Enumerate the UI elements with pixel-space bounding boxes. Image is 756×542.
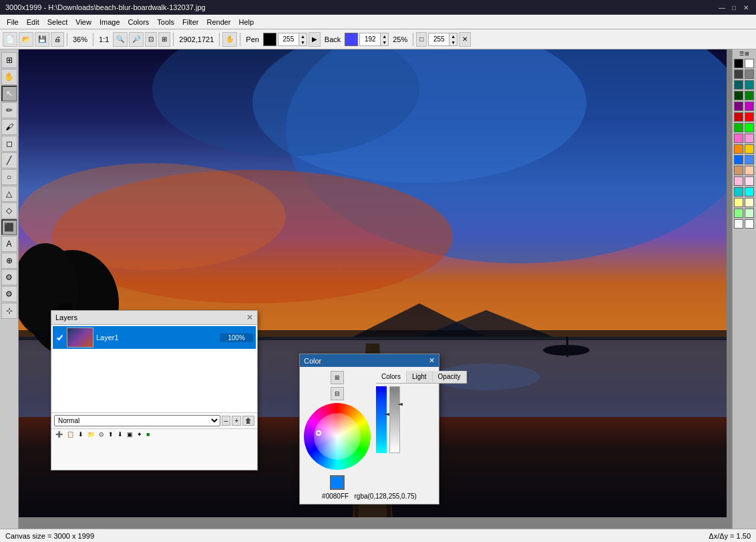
swatch-dkgreen1[interactable] xyxy=(734,91,743,100)
alpha-strip-container[interactable] xyxy=(389,386,400,453)
swatch-gray2[interactable] xyxy=(745,70,754,79)
minimize-button[interactable]: — xyxy=(717,3,727,12)
swatch-offwhite2[interactable] xyxy=(745,219,754,229)
hand-tool-button[interactable]: ✋ xyxy=(222,32,237,47)
extra-btn-2[interactable]: ✕ xyxy=(459,32,471,47)
color-wheel[interactable] xyxy=(304,403,371,470)
menu-tools[interactable]: Tools xyxy=(153,17,178,27)
tool-wand[interactable]: ⚙ xyxy=(1,269,17,285)
color-tab-light[interactable]: Light xyxy=(407,371,433,383)
back-value-spinbox[interactable]: ▲ ▼ xyxy=(359,33,389,46)
swatch-red2[interactable] xyxy=(745,112,754,122)
tool-select-rect[interactable]: ⊞ xyxy=(1,52,17,68)
menu-view[interactable]: View xyxy=(71,17,96,27)
swatch-green2[interactable] xyxy=(745,123,754,132)
color-dialog[interactable]: Color ✕ ⊞ ⊟ xyxy=(299,354,439,505)
new-button[interactable]: 📄 xyxy=(3,32,17,47)
extra-value-input[interactable] xyxy=(429,33,449,45)
tool-diamond[interactable]: ◇ xyxy=(1,202,17,219)
swatch-ltyellow2[interactable] xyxy=(745,198,754,207)
swatch-ltyellow1[interactable] xyxy=(734,198,743,207)
extra-btn-1[interactable]: □ xyxy=(416,32,427,47)
layer-down-btn[interactable]: ⬇ xyxy=(116,430,124,438)
layer-green-btn[interactable]: ■ xyxy=(145,430,151,438)
swatch-orange2[interactable] xyxy=(745,144,754,154)
grid-button[interactable]: ⊞ xyxy=(158,32,170,47)
swatch-ltblue1[interactable] xyxy=(734,155,743,164)
menu-filter[interactable]: Filter xyxy=(178,17,202,27)
layer-item[interactable]: Layer1 100% xyxy=(53,326,256,349)
layer-blend-btn[interactable]: ✦ xyxy=(136,430,144,438)
open-button[interactable]: 📂 xyxy=(19,32,33,47)
back-color-swatch[interactable] xyxy=(345,33,358,46)
swatch-black[interactable] xyxy=(734,59,743,68)
swatch-pink1[interactable] xyxy=(734,134,743,143)
swatch-gray1[interactable] xyxy=(734,70,743,79)
layer-visible-checkbox[interactable] xyxy=(55,333,64,342)
pen-value-down[interactable]: ▼ xyxy=(299,39,307,45)
swatch-ltpink1[interactable] xyxy=(734,176,743,186)
color-tab-colors[interactable]: Colors xyxy=(376,371,407,383)
layers-panel-close[interactable]: ✕ xyxy=(246,313,253,322)
swatch-red1[interactable] xyxy=(734,112,743,122)
menu-image[interactable]: Image xyxy=(96,17,124,27)
tool-cursor[interactable]: ↖ xyxy=(1,86,17,102)
swatch-ltgreen1[interactable] xyxy=(734,209,743,218)
swatch-purple2[interactable] xyxy=(745,102,754,111)
tool-extra[interactable]: ⊹ xyxy=(1,303,17,319)
layer-copy-btn[interactable]: 📋 xyxy=(65,430,75,438)
swatch-cyan2[interactable] xyxy=(745,187,754,196)
zoom-out-button[interactable]: 🔎 xyxy=(129,32,144,47)
selected-color-swatch[interactable] xyxy=(330,475,345,490)
swatch-ltpink2[interactable] xyxy=(745,176,754,186)
back-value-up[interactable]: ▲ xyxy=(380,33,388,39)
close-button[interactable]: ✕ xyxy=(741,3,751,12)
back-value-down[interactable]: ▼ xyxy=(380,39,388,45)
swatch-offwhite1[interactable] xyxy=(734,219,743,229)
tool-fill[interactable]: ⬛ xyxy=(1,219,17,235)
swatch-dkgreen2[interactable] xyxy=(745,91,754,100)
maximize-button[interactable]: □ xyxy=(729,3,739,12)
swatch-skin2[interactable] xyxy=(745,166,754,175)
layer-add-btn[interactable]: ➕ xyxy=(54,430,64,438)
layer-group-btn[interactable]: 📁 xyxy=(86,430,96,438)
extra-value-up[interactable]: ▲ xyxy=(449,33,457,39)
menu-colors[interactable]: Colors xyxy=(124,17,154,27)
layer-zoom-in[interactable]: + xyxy=(232,416,241,426)
tool-eraser[interactable]: ◻ xyxy=(1,136,17,152)
tool-pencil[interactable]: ✏ xyxy=(1,102,17,118)
menu-help[interactable]: Help xyxy=(235,17,258,27)
extra-spinbox[interactable]: ▲ ▼ xyxy=(428,33,457,46)
menu-select[interactable]: Select xyxy=(43,17,72,27)
layer-delete[interactable]: 🗑 xyxy=(242,416,254,426)
color-icon-1[interactable]: ⊞ xyxy=(331,371,344,384)
palette-grid-btn[interactable]: ⊞ xyxy=(745,51,749,57)
color-tab-opacity[interactable]: Opacity xyxy=(433,371,467,383)
layer-merge-btn[interactable]: ⬇ xyxy=(77,430,85,438)
layer-flat-btn[interactable]: ▣ xyxy=(126,430,134,438)
extra-value-down[interactable]: ▼ xyxy=(449,39,457,45)
tool-transform[interactable]: ⚙ xyxy=(1,286,17,302)
swatch-ltblue2[interactable] xyxy=(745,155,754,164)
layers-panel[interactable]: Layers ✕ Layer1 100% Normal Multiply Scr… xyxy=(51,310,258,470)
swatch-ltgreen2[interactable] xyxy=(745,209,754,218)
back-value-input[interactable] xyxy=(360,33,380,45)
color-icon-2[interactable]: ⊟ xyxy=(331,387,344,400)
pen-extra-button[interactable]: ▶ xyxy=(309,32,321,47)
menu-edit[interactable]: Edit xyxy=(23,17,43,27)
layer-up-btn[interactable]: ⬆ xyxy=(107,430,115,438)
tool-line[interactable]: ╱ xyxy=(1,152,17,168)
palette-menu-btn[interactable]: ☰ xyxy=(739,51,744,57)
pen-value-input[interactable] xyxy=(278,33,299,45)
menu-render[interactable]: Render xyxy=(202,17,234,27)
tool-color-pick[interactable]: ⊕ xyxy=(1,253,17,269)
blend-mode-select[interactable]: Normal Multiply Screen xyxy=(54,415,220,426)
swatch-purple1[interactable] xyxy=(734,102,743,111)
swatch-teal2[interactable] xyxy=(745,80,754,90)
zoom-in-button[interactable]: 🔍 xyxy=(113,32,128,47)
swatch-white[interactable] xyxy=(745,59,754,68)
tool-text[interactable]: A xyxy=(1,236,17,252)
swatch-pink2[interactable] xyxy=(745,134,754,143)
pen-value-spinbox[interactable]: ▲ ▼ xyxy=(278,33,307,46)
zoom-fit-button[interactable]: ⊡ xyxy=(145,32,157,47)
